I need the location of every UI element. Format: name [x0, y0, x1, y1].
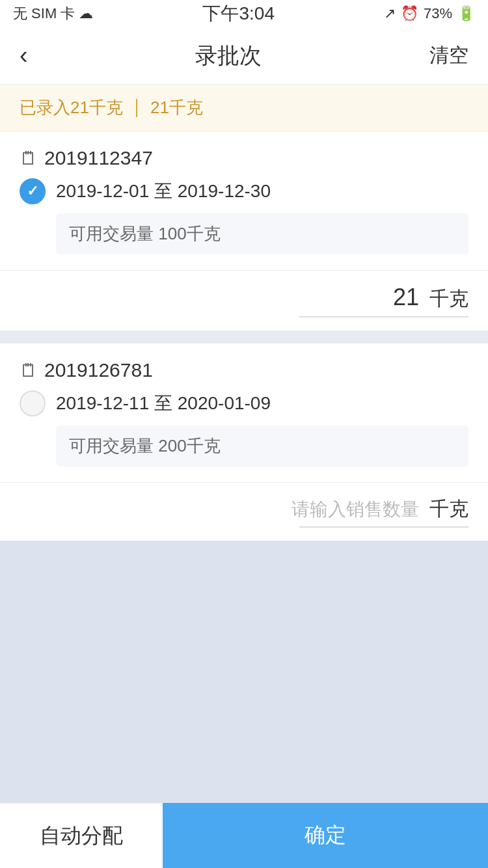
total-amount: 21千克: [150, 96, 203, 119]
battery-icon: 🔋: [457, 5, 475, 22]
battery-level: 73%: [424, 5, 452, 22]
batch-1-input-line: [299, 316, 468, 318]
info-divider: [136, 99, 137, 117]
bottom-bar: 自动分配 确定: [0, 803, 488, 868]
empty-area: [0, 541, 488, 827]
batch-2-date-row: 2019-12-11 至 2020-01-09: [20, 390, 468, 416]
status-right: ↗ ⏰ 73% 🔋: [384, 5, 475, 22]
batch-2-id: 2019126781: [44, 359, 153, 381]
batch-2-radio[interactable]: [20, 390, 46, 416]
batch-1-amount-unit: 千克: [429, 286, 468, 312]
location-icon: ↗: [384, 5, 396, 22]
status-time: 下午3:04: [202, 1, 275, 26]
alarm-icon: ⏰: [401, 5, 418, 22]
batch-1-date-row: 2019-12-01 至 2019-12-30: [20, 178, 468, 204]
recorded-amount: 已录入21千克: [20, 96, 123, 119]
auto-distribute-button[interactable]: 自动分配: [0, 803, 163, 868]
batch-2-date: 2019-12-11 至 2020-01-09: [56, 391, 271, 416]
batch-1-icon: 🗒: [20, 148, 38, 169]
page-title: 录批次: [195, 41, 262, 71]
batch-1-date: 2019-12-01 至 2019-12-30: [56, 179, 271, 204]
batch-2-input-row[interactable]: 请输入销售数量 千克: [0, 482, 488, 541]
batch-1-header: 🗒 2019112347: [20, 147, 468, 169]
batch-1-amount-block: 21 千克: [299, 284, 468, 318]
batch-2-input-placeholder: 请输入销售数量: [291, 497, 419, 522]
batch-card-1: 🗒 2019112347 2019-12-01 至 2019-12-30 可用交…: [0, 131, 488, 331]
sim-status: 无 SIM 卡 ☁: [13, 4, 93, 23]
info-banner: 已录入21千克 21千克: [0, 85, 488, 131]
batch-1-amount-row: 21 千克: [0, 270, 488, 331]
status-left: 无 SIM 卡 ☁: [13, 4, 93, 23]
batch-1-available: 可用交易量 100千克: [56, 213, 468, 254]
batch-card-2: 🗒 2019126781 2019-12-11 至 2020-01-09 可用交…: [0, 344, 488, 541]
batch-2-input-line: [299, 526, 468, 528]
batch-1-id: 2019112347: [44, 147, 153, 169]
batch-2-header: 🗒 2019126781: [20, 359, 468, 381]
back-button[interactable]: ‹: [20, 42, 28, 70]
section-separator: [0, 331, 488, 344]
nav-bar: ‹ 录批次 清空: [0, 27, 488, 85]
status-bar: 无 SIM 卡 ☁ 下午3:04 ↗ ⏰ 73% 🔋: [0, 0, 488, 27]
batch-1-radio[interactable]: [20, 178, 46, 204]
clear-button[interactable]: 清空: [429, 42, 468, 69]
confirm-button[interactable]: 确定: [163, 803, 488, 868]
batch-2-available: 可用交易量 200千克: [56, 426, 468, 467]
batch-2-input-unit: 千克: [429, 496, 468, 522]
batch-1-amount-value: 21: [393, 284, 419, 311]
batch-2-input-block: 请输入销售数量 千克: [291, 496, 468, 528]
batch-2-icon: 🗒: [20, 360, 38, 381]
